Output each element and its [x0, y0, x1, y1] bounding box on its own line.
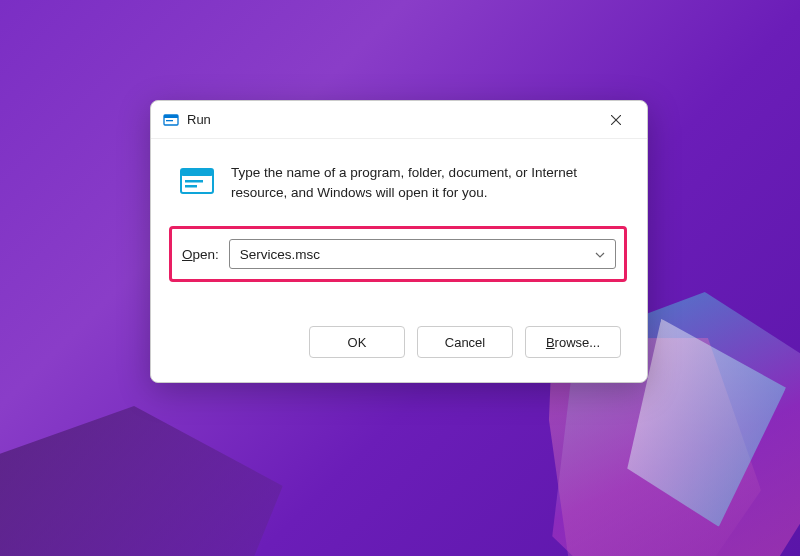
ok-button[interactable]: OK	[309, 326, 405, 358]
background-shape	[0, 406, 294, 556]
info-row: Type the name of a program, folder, docu…	[179, 163, 619, 202]
browse-button[interactable]: Browse...	[525, 326, 621, 358]
titlebar[interactable]: Run	[151, 101, 647, 139]
chevron-down-icon[interactable]	[593, 247, 607, 262]
cancel-button[interactable]: Cancel	[417, 326, 513, 358]
run-large-icon	[179, 163, 215, 199]
run-icon	[163, 112, 179, 128]
close-icon	[611, 115, 621, 125]
dialog-body: Type the name of a program, folder, docu…	[151, 139, 647, 304]
open-input[interactable]	[240, 247, 593, 262]
svg-rect-7	[185, 180, 203, 183]
button-row: OK Cancel Browse...	[151, 304, 647, 382]
svg-rect-6	[181, 169, 213, 176]
dialog-description: Type the name of a program, folder, docu…	[231, 163, 619, 202]
open-combobox[interactable]	[229, 239, 616, 269]
open-row: Open:	[172, 239, 624, 269]
open-label: Open:	[182, 247, 219, 262]
highlight-annotation: Open:	[169, 226, 627, 282]
svg-rect-1	[164, 115, 178, 118]
svg-rect-8	[185, 185, 197, 188]
dialog-title: Run	[187, 112, 593, 127]
svg-rect-2	[166, 120, 173, 121]
run-dialog: Run Type the name of a program, folder, …	[150, 100, 648, 383]
close-button[interactable]	[593, 104, 639, 136]
